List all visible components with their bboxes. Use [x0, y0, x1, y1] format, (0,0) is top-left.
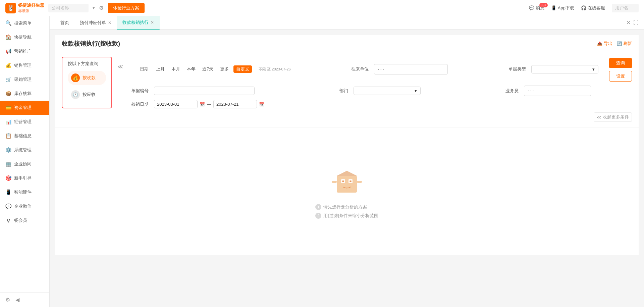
sidebar-item-sales[interactable]: 💰 销售管理 — [0, 58, 49, 72]
operations-icon: 📊 — [5, 119, 11, 125]
refresh-label: 刷新 — [623, 41, 632, 47]
date-tab-custom[interactable]: 自定义 — [233, 65, 252, 73]
page-content: 收款核销执行(按收款) 📤 导出 🔄 刷新 按以 — [50, 30, 644, 307]
sidebar-item-label: 库存核算 — [14, 91, 32, 97]
tab-prepay-close-icon[interactable]: ✕ — [108, 20, 111, 25]
filter-collapse-arrow[interactable]: ≪ — [117, 63, 123, 70]
sidebar-collapse-icon[interactable]: ◀ — [15, 297, 19, 303]
content-area: 首页 预付冲应付单 ✕ 收款核销执行 ✕ ✕ ⛶ 收款核销执行(按收款) 📤 — [50, 16, 644, 307]
sidebar-item-label: 快捷导航 — [14, 34, 32, 40]
date-tab-this-month[interactable]: 本月 — [169, 65, 182, 73]
vendor-label: 往来单位 — [351, 66, 369, 72]
tab-prepay[interactable]: 预付冲应付单 ✕ — [74, 16, 117, 30]
filter-option-by-receipt[interactable]: 💰 按收款 — [68, 71, 106, 85]
solution-button[interactable]: 体验行业方案 — [108, 3, 145, 13]
sidebar-item-label: 畅会员 — [14, 217, 27, 223]
vendor-dots: ··· — [378, 66, 385, 73]
sidebar-item-quick-nav[interactable]: 🏠 快捷导航 — [0, 30, 49, 44]
sidebar-item-member[interactable]: V 畅会员 — [0, 213, 49, 227]
date-unlimited-hint: 不限 至 2023-07-26 — [259, 67, 290, 72]
marketing-icon: 📢 — [5, 48, 11, 54]
company-selector[interactable]: 公司名称 — [48, 4, 89, 12]
staff-input[interactable]: ··· — [524, 86, 591, 96]
by-receipt-label: 按收款 — [83, 75, 96, 81]
export-icon: 📤 — [597, 41, 602, 46]
query-button[interactable]: 查询 — [609, 58, 632, 68]
doc-type-label: 单据类型 — [508, 66, 526, 72]
refresh-button[interactable]: 🔄 刷新 — [616, 41, 632, 47]
top-bar: 🐰 畅捷通好生意 标准版 公司名称 ▾ ⚙ 体验行业方案 💬 消息 99+ 📱 … — [0, 0, 644, 16]
svg-rect-5 — [350, 181, 352, 182]
sidebar-item-basic-info[interactable]: 📋 基础信息 — [0, 129, 49, 143]
dept-select[interactable]: ▾ — [354, 87, 421, 95]
hint-num-2: 2 — [315, 213, 321, 219]
company-dropdown-icon[interactable]: ▾ — [93, 5, 95, 10]
verify-date-end-input[interactable] — [213, 100, 257, 108]
app-download-icon: 📱 — [551, 5, 556, 10]
staff-label: 业务员 — [505, 88, 519, 94]
page-title-actions: 📤 导出 🔄 刷新 — [597, 41, 632, 47]
empty-illustration — [330, 164, 364, 199]
sidebar-item-operations[interactable]: 📊 经营管理 — [0, 115, 49, 129]
date-tab-more[interactable]: 更多 — [218, 65, 231, 73]
date-shortcuts: 上月 本月 本年 近7天 更多 自定义 — [154, 65, 252, 73]
wechat-icon: 💬 — [5, 203, 11, 209]
export-button[interactable]: 📤 导出 — [597, 41, 612, 47]
setting-button[interactable]: 设置 — [609, 71, 632, 82]
vendor-input[interactable]: ··· — [374, 64, 448, 74]
hint-num-1: 1 — [315, 204, 321, 210]
sidebar-item-system[interactable]: ⚙️ 系统管理 — [0, 143, 49, 157]
member-icon: V — [5, 218, 11, 223]
date-label: 日期 — [128, 66, 149, 72]
filter-scheme-title: 按以下方案查询 — [68, 61, 106, 67]
svg-rect-7 — [357, 181, 362, 183]
filter-rows: 日期 上月 本月 本年 近7天 更多 自定义 不限 至 2023-07-26 — [128, 57, 632, 108]
verify-date-start-calendar-icon[interactable]: 📅 — [200, 102, 205, 107]
sidebar-item-label: 企业协同 — [14, 161, 32, 167]
empty-hint-2: 2 用[过滤]条件来缩小分析范围 — [315, 213, 378, 219]
sidebar-item-purchase[interactable]: 🛒 采购管理 — [0, 72, 49, 87]
app-download-button[interactable]: 📱 App下载 — [551, 5, 574, 11]
user-profile[interactable]: 用户名 — [612, 4, 639, 12]
tab-home[interactable]: 首页 — [55, 16, 74, 30]
verify-date-label: 核销日期 — [128, 101, 149, 107]
doc-type-select[interactable]: ▾ — [531, 65, 598, 73]
sidebar-item-guide[interactable]: 🎯 新手引导 — [0, 171, 49, 185]
filter-option-by-receivable[interactable]: 🕐 按应收 — [68, 88, 106, 102]
sidebar-item-finance[interactable]: 💳 资金管理 — [0, 101, 49, 115]
page-title: 收款核销执行(按收款) — [62, 40, 120, 48]
verify-date-start-input[interactable] — [154, 100, 198, 108]
settings-icon[interactable]: ⚙ — [99, 5, 104, 11]
doc-no-input[interactable] — [154, 87, 255, 95]
main-layout: 🔍 搜索菜单 🏠 快捷导航 📢 营销推广 💰 销售管理 🛒 采购管理 📦 库存核… — [0, 16, 644, 307]
svg-rect-4 — [342, 181, 344, 182]
date-tab-7days[interactable]: 近7天 — [200, 65, 215, 73]
collapse-icon: ≪ — [597, 115, 601, 120]
tab-close-all-icon[interactable]: ✕ — [626, 19, 631, 26]
filter-panel: 按以下方案查询 💰 按收款 🕐 按应收 ≪ — [55, 51, 639, 127]
sidebar-bottom: ⚙ ◀ — [0, 292, 49, 307]
page-title-bar: 收款核销执行(按收款) 📤 导出 🔄 刷新 — [55, 35, 639, 51]
date-tab-last-month[interactable]: 上月 — [154, 65, 167, 73]
sidebar-item-label: 营销推广 — [14, 48, 32, 54]
sidebar-item-wechat[interactable]: 💬 企业微信 — [0, 199, 49, 213]
verify-date-end-calendar-icon[interactable]: 📅 — [259, 102, 264, 107]
by-receivable-label: 按应收 — [83, 92, 96, 98]
tab-expand-icon[interactable]: ⛶ — [633, 20, 639, 26]
sidebar-settings-icon[interactable]: ⚙ — [5, 297, 10, 303]
sidebar-item-enterprise[interactable]: 🏢 企业协同 — [0, 157, 49, 171]
sidebar-item-hardware[interactable]: 📱 智能硬件 — [0, 185, 49, 199]
date-tab-this-year[interactable]: 本年 — [185, 65, 198, 73]
sidebar-item-label: 搜索菜单 — [14, 20, 32, 26]
sidebar-item-search-menu[interactable]: 🔍 搜索菜单 — [0, 16, 49, 30]
collapse-conditions-button[interactable]: ≪ 收起更多条件 — [594, 112, 632, 122]
service-label: 在线客服 — [588, 5, 605, 11]
online-service-button[interactable]: 🎧 在线客服 — [581, 5, 605, 11]
tab-receipt-verify[interactable]: 收款核销执行 ✕ — [117, 16, 160, 30]
finance-icon: 💳 — [5, 105, 11, 111]
messages-button[interactable]: 💬 消息 99+ — [529, 5, 544, 11]
tab-receipt-verify-close-icon[interactable]: ✕ — [151, 20, 154, 25]
sidebar-item-inventory[interactable]: 📦 库存核算 — [0, 87, 49, 101]
by-receipt-icon: 💰 — [71, 73, 80, 82]
sidebar-item-marketing[interactable]: 📢 营销推广 — [0, 44, 49, 58]
